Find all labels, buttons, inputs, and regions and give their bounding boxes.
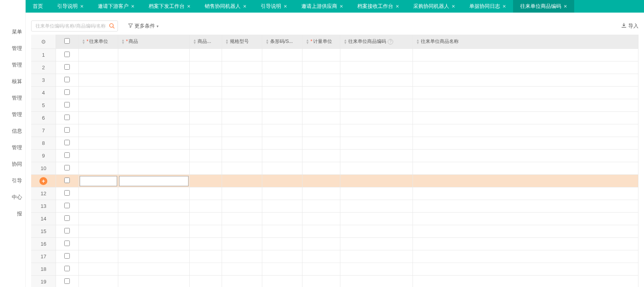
cell-prod[interactable] xyxy=(118,175,190,187)
col-pextra[interactable]: ▲▼商品... xyxy=(190,35,222,49)
cell-pextra[interactable] xyxy=(190,250,222,263)
cell-spec[interactable] xyxy=(222,162,262,175)
cell-gear[interactable]: 18 xyxy=(31,263,56,276)
table-row[interactable]: 9 xyxy=(31,150,638,162)
cell-pextra[interactable] xyxy=(190,162,222,175)
cell-unit[interactable] xyxy=(302,150,340,162)
add-row-button[interactable]: + xyxy=(39,177,47,185)
cell-pextra[interactable] xyxy=(190,276,222,287)
tab-close-icon[interactable]: ✕ xyxy=(452,4,455,9)
cell-spec[interactable] xyxy=(222,250,262,263)
col-name[interactable]: ▲▼往来单位商品名称 xyxy=(413,35,638,49)
cell-barcode[interactable] xyxy=(262,175,302,187)
cell-code[interactable] xyxy=(340,49,413,61)
row-checkbox[interactable] xyxy=(64,165,70,170)
cell-name[interactable] xyxy=(413,162,638,175)
cell-unit[interactable] xyxy=(302,61,340,74)
cell-spec[interactable] xyxy=(222,61,262,74)
cell-name[interactable] xyxy=(413,250,638,263)
cell-gear[interactable]: 19 xyxy=(31,276,56,287)
cell-corp[interactable] xyxy=(79,187,118,200)
cell-barcode[interactable] xyxy=(262,162,302,175)
cell-pextra[interactable] xyxy=(190,225,222,238)
cell-chk[interactable] xyxy=(56,200,78,213)
cell-unit[interactable] xyxy=(302,238,340,250)
cell-spec[interactable] xyxy=(222,87,262,99)
cell-corp[interactable] xyxy=(79,225,118,238)
cell-barcode[interactable] xyxy=(262,225,302,238)
table-row[interactable]: + xyxy=(31,175,638,187)
select-all-checkbox[interactable] xyxy=(64,38,70,44)
cell-spec[interactable] xyxy=(222,124,262,137)
sidebar-item-9[interactable]: 引导 xyxy=(0,172,25,189)
row-checkbox[interactable] xyxy=(64,127,70,133)
cell-name[interactable] xyxy=(413,175,638,187)
table-row[interactable]: 14 xyxy=(31,213,638,225)
table-row[interactable]: 1 xyxy=(31,49,638,61)
table-row[interactable]: 7 xyxy=(31,124,638,137)
export-button[interactable]: 导入 xyxy=(621,22,638,30)
cell-spec[interactable] xyxy=(222,213,262,225)
cell-chk[interactable] xyxy=(56,276,78,287)
cell-unit[interactable] xyxy=(302,87,340,99)
cell-code[interactable] xyxy=(340,99,413,112)
cell-code[interactable] xyxy=(340,276,413,287)
table-row[interactable]: 10 xyxy=(31,162,638,175)
table-row[interactable]: 19 xyxy=(31,276,638,287)
cell-chk[interactable] xyxy=(56,124,78,137)
cell-prod[interactable] xyxy=(118,225,190,238)
cell-spec[interactable] xyxy=(222,137,262,150)
sidebar-item-10[interactable]: 中心 xyxy=(0,189,25,206)
cell-code[interactable] xyxy=(340,250,413,263)
table-row[interactable]: 4 xyxy=(31,87,638,99)
cell-unit[interactable] xyxy=(302,49,340,61)
row-checkbox[interactable] xyxy=(64,77,70,82)
cell-prod[interactable] xyxy=(118,137,190,150)
cell-name[interactable] xyxy=(413,49,638,61)
cell-chk[interactable] xyxy=(56,238,78,250)
row-checkbox[interactable] xyxy=(64,178,70,183)
cell-chk[interactable] xyxy=(56,150,78,162)
tab-close-icon[interactable]: ✕ xyxy=(340,4,343,9)
cell-name[interactable] xyxy=(413,137,638,150)
cell-corp[interactable] xyxy=(79,124,118,137)
cell-chk[interactable] xyxy=(56,250,78,263)
cell-barcode[interactable] xyxy=(262,112,302,124)
sidebar-item-6[interactable]: 信息 xyxy=(0,123,25,139)
cell-gear[interactable]: 2 xyxy=(31,61,56,74)
cell-unit[interactable] xyxy=(302,74,340,87)
cell-pextra[interactable] xyxy=(190,213,222,225)
cell-gear[interactable]: 13 xyxy=(31,200,56,213)
cell-pextra[interactable] xyxy=(190,87,222,99)
cell-chk[interactable] xyxy=(56,99,78,112)
row-checkbox[interactable] xyxy=(64,278,70,284)
cell-corp[interactable] xyxy=(79,175,118,187)
cell-prod[interactable] xyxy=(118,200,190,213)
col-code[interactable]: ▲▼往来单位商品编码? xyxy=(340,35,413,49)
sidebar-item-11[interactable]: 报 xyxy=(0,206,25,222)
cell-chk[interactable] xyxy=(56,49,78,61)
cell-code[interactable] xyxy=(340,87,413,99)
tab-close-icon[interactable]: ✕ xyxy=(80,4,84,9)
cell-gear[interactable]: 8 xyxy=(31,137,56,150)
cell-prod[interactable] xyxy=(118,99,190,112)
cell-pextra[interactable] xyxy=(190,61,222,74)
cell-prod[interactable] xyxy=(118,187,190,200)
table-row[interactable]: 8 xyxy=(31,137,638,150)
cell-gear[interactable]: 6 xyxy=(31,112,56,124)
cell-spec[interactable] xyxy=(222,99,262,112)
cell-prod[interactable] xyxy=(118,87,190,99)
cell-spec[interactable] xyxy=(222,263,262,276)
cell-name[interactable] xyxy=(413,187,638,200)
table-row[interactable]: 3 xyxy=(31,74,638,87)
cell-name[interactable] xyxy=(413,150,638,162)
cell-gear[interactable]: 15 xyxy=(31,225,56,238)
cell-gear[interactable]: 17 xyxy=(31,250,56,263)
cell-prod[interactable] xyxy=(118,61,190,74)
cell-prod[interactable] xyxy=(118,112,190,124)
cell-barcode[interactable] xyxy=(262,276,302,287)
row-checkbox[interactable] xyxy=(64,89,70,95)
sidebar-item-5[interactable]: 管理 xyxy=(0,106,25,123)
table-row[interactable]: 2 xyxy=(31,61,638,74)
cell-pextra[interactable] xyxy=(190,99,222,112)
